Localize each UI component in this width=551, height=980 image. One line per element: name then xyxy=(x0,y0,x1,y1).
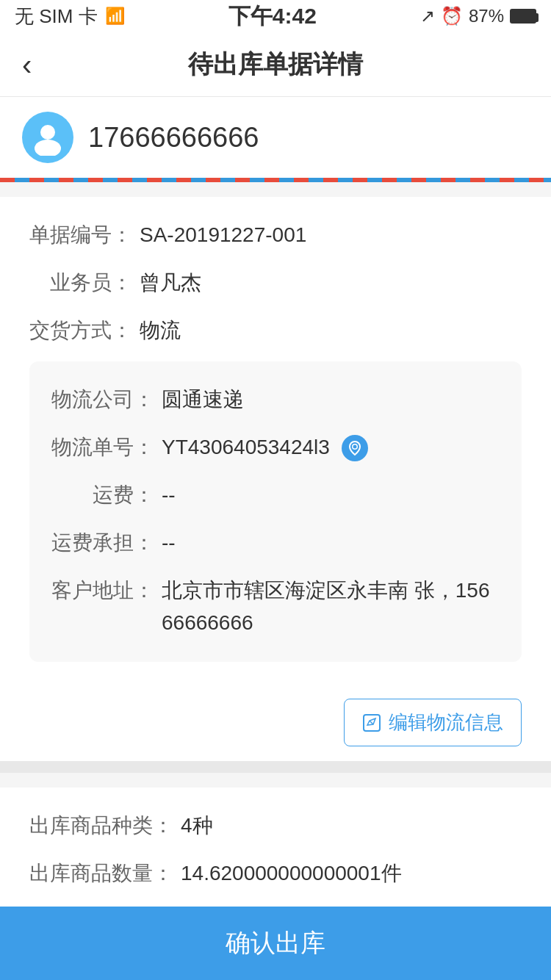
logistics-company-value: 圆通速递 xyxy=(162,383,500,417)
address-label: 客户地址： xyxy=(51,574,154,608)
battery-icon xyxy=(510,9,536,24)
shipping-fee-label: 运费： xyxy=(51,479,154,512)
sales-person-label: 业务员： xyxy=(29,267,132,300)
confirm-button-bar[interactable]: 确认出库 xyxy=(0,907,551,980)
edit-logistics-label: 编辑物流信息 xyxy=(389,710,503,735)
document-number-row: 单据编号： SA-20191227-001 xyxy=(29,219,522,252)
sales-person-value: 曾凡杰 xyxy=(140,267,522,300)
delivery-method-row: 交货方式： 物流 xyxy=(29,314,522,347)
shipping-bearer-row: 运费承担： -- xyxy=(51,527,500,560)
status-bar: 无 SIM 卡 📶 下午4:42 ↗ ⏰ 87% xyxy=(0,0,551,32)
avatar xyxy=(22,112,73,163)
quantity-label: 出库商品数量： xyxy=(29,857,173,890)
document-number-value: SA-20191227-001 xyxy=(140,219,522,252)
document-number-label: 单据编号： xyxy=(29,219,132,252)
tracking-number-text: YT43064053424l3 xyxy=(162,431,330,464)
page-title: 待出库单据详情 xyxy=(188,48,363,82)
svg-point-1 xyxy=(35,140,61,156)
types-row: 出库商品种类： 4种 xyxy=(29,810,522,843)
location-icon: ↗ xyxy=(420,6,435,26)
shipping-fee-value: -- xyxy=(162,479,500,512)
confirm-button-label: 确认出库 xyxy=(226,926,325,960)
alarm-icon: ⏰ xyxy=(441,6,463,26)
logistics-company-label: 物流公司： xyxy=(51,383,154,417)
sales-person-row: 业务员： 曾凡杰 xyxy=(29,267,522,300)
shipping-bearer-label: 运费承担： xyxy=(51,527,154,560)
shipping-fee-row: 运费： -- xyxy=(51,479,500,512)
carrier-label: 无 SIM 卡 xyxy=(15,4,98,29)
logistics-card: 物流公司： 圆通速递 物流单号： YT43064053424l3 xyxy=(29,361,522,662)
status-time: 下午4:42 xyxy=(228,1,317,32)
quantity-value: 14.620000000000001件 xyxy=(181,857,522,890)
tracking-location-button[interactable] xyxy=(342,435,368,461)
status-left: 无 SIM 卡 📶 xyxy=(15,4,125,29)
address-row: 客户地址： 北京市市辖区海淀区永丰南 张，156 66666666 xyxy=(51,574,500,641)
edit-button-row: 编辑物流信息 xyxy=(0,684,551,761)
edit-logistics-button[interactable]: 编辑物流信息 xyxy=(344,699,522,746)
svg-point-3 xyxy=(353,444,356,448)
gray-separator xyxy=(0,761,551,773)
battery-label: 87% xyxy=(469,6,504,26)
customer-header: 17666666666 xyxy=(0,97,551,178)
shipping-bearer-value: -- xyxy=(162,527,500,560)
svg-line-5 xyxy=(370,721,373,724)
quantity-row: 出库商品数量： 14.620000000000001件 xyxy=(29,857,522,890)
nav-bar: ‹ 待出库单据详情 xyxy=(0,32,551,97)
delivery-method-label: 交货方式： xyxy=(29,314,132,347)
logistics-company-row: 物流公司： 圆通速递 xyxy=(51,383,500,417)
status-right: ↗ ⏰ 87% xyxy=(420,6,536,26)
delivery-method-value: 物流 xyxy=(140,314,522,347)
address-value: 北京市市辖区海淀区永丰南 张，156 66666666 xyxy=(162,574,500,641)
wifi-icon: 📶 xyxy=(105,7,125,26)
svg-point-0 xyxy=(40,125,55,140)
types-value: 4种 xyxy=(181,810,522,843)
tracking-number-label: 物流单号： xyxy=(51,431,154,464)
tracking-number-value: YT43064053424l3 xyxy=(162,431,500,464)
dashed-divider xyxy=(0,178,551,182)
customer-phone: 17666666666 xyxy=(88,122,259,154)
edit-icon xyxy=(362,713,381,732)
basic-info-section: 单据编号： SA-20191227-001 业务员： 曾凡杰 交货方式： 物流 … xyxy=(0,197,551,684)
person-icon xyxy=(29,119,66,156)
types-label: 出库商品种类： xyxy=(29,810,173,843)
tracking-number-row: 物流单号： YT43064053424l3 xyxy=(51,431,500,464)
outbound-info-section: 出库商品种类： 4种 出库商品数量： 14.620000000000001件 xyxy=(0,788,551,912)
back-button[interactable]: ‹ xyxy=(22,50,32,79)
